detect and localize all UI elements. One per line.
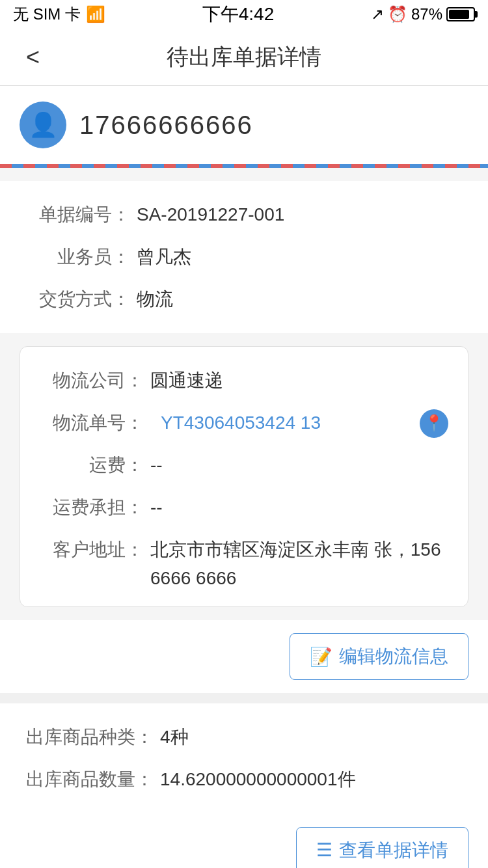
tracking-location-icon[interactable]: 📍 xyxy=(420,409,448,438)
edit-icon: 📝 xyxy=(310,646,332,668)
section-divider xyxy=(0,693,488,703)
freight-value: -- xyxy=(150,451,448,480)
goods-type-row: 出库商品种类： 4种 xyxy=(26,723,462,752)
sales-person-label: 业务员： xyxy=(26,243,130,272)
list-icon: ☰ xyxy=(316,839,332,861)
status-left: 无 SIM 卡 📶 xyxy=(13,4,105,25)
logistics-company-row: 物流公司： 圆通速递 xyxy=(40,366,448,396)
delivery-method-value: 物流 xyxy=(137,285,462,314)
edit-logistics-area: 📝 编辑物流信息 xyxy=(0,620,488,693)
freight-bearer-label: 运费承担： xyxy=(40,493,144,522)
customer-phone: 17666666666 xyxy=(79,111,253,140)
tracking-number-value: YT43064053424 13 xyxy=(161,409,409,438)
doc-number-label: 单据编号： xyxy=(26,200,130,230)
carrier-label: 无 SIM 卡 xyxy=(13,4,81,25)
avatar-icon: 👤 xyxy=(29,111,58,139)
goods-quantity-label: 出库商品数量： xyxy=(26,765,154,794)
location-icon: ↗ xyxy=(371,5,384,23)
sales-person-row: 业务员： 曾凡杰 xyxy=(26,243,462,272)
delivery-method-label: 交货方式： xyxy=(26,285,130,314)
basic-info-section: 单据编号： SA-20191227-001 业务员： 曾凡杰 交货方式： 物流 xyxy=(0,181,488,333)
goods-quantity-value: 14.620000000000001件 xyxy=(160,765,462,794)
goods-type-label: 出库商品种类： xyxy=(26,723,154,752)
freight-bearer-row: 运费承担： -- xyxy=(40,493,448,522)
view-details-button[interactable]: ☰ 查看单据详情 xyxy=(296,827,468,868)
nav-bar: < 待出库单据详情 xyxy=(0,29,488,86)
view-details-area: ☰ 查看单据详情 xyxy=(0,814,488,868)
dashed-divider xyxy=(0,164,488,168)
address-value: 北京市市辖区海淀区永丰南 张，156 6666 6666 xyxy=(150,536,448,594)
customer-header: 👤 17666666666 xyxy=(0,86,488,164)
freight-label: 运费： xyxy=(40,451,144,480)
battery-percent: 87% xyxy=(411,5,442,23)
delivery-method-row: 交货方式： 物流 xyxy=(26,285,462,314)
edit-logistics-button[interactable]: 📝 编辑物流信息 xyxy=(290,633,468,680)
logistics-card: 物流公司： 圆通速递 物流单号： YT43064053424 13 📍 运费： … xyxy=(20,346,468,607)
wifi-icon: 📶 xyxy=(86,5,105,23)
back-button[interactable]: < xyxy=(20,37,46,77)
goods-section: 出库商品种类： 4种 出库商品数量： 14.620000000000001件 xyxy=(0,703,488,814)
doc-number-value: SA-20191227-001 xyxy=(137,200,462,230)
logistics-company-label: 物流公司： xyxy=(40,366,144,396)
freight-row: 运费： -- xyxy=(40,451,448,480)
battery-icon xyxy=(446,7,475,21)
address-label: 客户地址： xyxy=(40,536,144,565)
avatar: 👤 xyxy=(20,102,66,148)
status-time: 下午4:42 xyxy=(202,2,275,27)
address-row: 客户地址： 北京市市辖区海淀区永丰南 张，156 6666 6666 xyxy=(40,536,448,594)
logistics-company-value: 圆通速递 xyxy=(150,366,448,396)
view-details-label: 查看单据详情 xyxy=(339,838,448,863)
status-right: ↗ ⏰ 87% xyxy=(371,5,475,23)
freight-bearer-value: -- xyxy=(150,493,448,522)
tracking-number-label: 物流单号： xyxy=(40,409,144,438)
alarm-icon: ⏰ xyxy=(388,5,407,23)
battery-fill xyxy=(449,10,469,19)
edit-logistics-label: 编辑物流信息 xyxy=(339,644,448,669)
tracking-number-row: 物流单号： YT43064053424 13 📍 xyxy=(40,409,448,438)
page-title: 待出库单据详情 xyxy=(167,42,321,72)
sales-person-value: 曾凡杰 xyxy=(137,243,462,272)
goods-quantity-row: 出库商品数量： 14.620000000000001件 xyxy=(26,765,462,794)
status-bar: 无 SIM 卡 📶 下午4:42 ↗ ⏰ 87% xyxy=(0,0,488,29)
goods-type-value: 4种 xyxy=(160,723,462,752)
doc-number-row: 单据编号： SA-20191227-001 xyxy=(26,200,462,230)
